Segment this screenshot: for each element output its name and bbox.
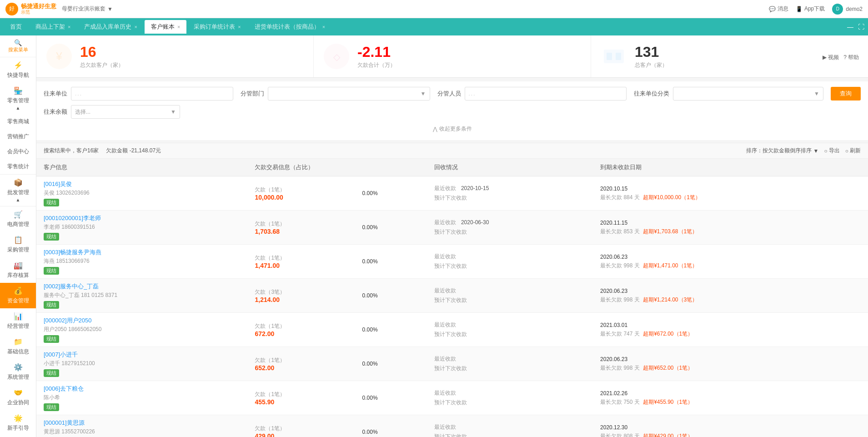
collection-cell: 最近收款 2020-10-15 预计下次收款 — [427, 176, 593, 211]
tab-expand-icon[interactable]: ⛶ — [858, 23, 864, 30]
debt-ratio-cell: 0.00% — [355, 279, 427, 313]
manager-input[interactable]: ... — [465, 87, 627, 100]
sidebar-item-batch-mgmt[interactable]: 📦 批发管理 ▲ — [0, 175, 36, 206]
customer-name-link[interactable]: [000002]用户2050 — [44, 316, 240, 325]
user-menu[interactable]: D demo2 — [832, 4, 863, 15]
sidebar-item-retail-stats[interactable]: 零售统计 — [0, 159, 36, 174]
sidebar-item-retail-mall[interactable]: 零售商城 — [0, 114, 36, 129]
sidebar-item-enterprise[interactable]: 🤝 企业协同 — [0, 385, 36, 410]
debt-amount[interactable]: 455.90 — [255, 398, 347, 406]
system-icon: ⚙️ — [14, 363, 23, 372]
tab-home[interactable]: 首页 — [4, 20, 28, 34]
sort-select[interactable]: 排序：按欠款金额倒序排序 ▼ — [746, 147, 819, 155]
overdue-link[interactable]: 超期¥10,000.00（1笔） — [643, 194, 701, 201]
purchase-icon: 📋 — [14, 236, 23, 244]
close-tab-purchase-stat[interactable]: × — [322, 24, 325, 30]
export-btn[interactable]: ○ 导出 — [824, 147, 840, 155]
stat-card-debt-total: ◇ -2.11 欠款合计（万） — [314, 35, 591, 77]
debt-amount[interactable]: 672.00 — [255, 330, 347, 337]
sidebar-item-finance[interactable]: 💰 资金管理 — [0, 283, 36, 308]
customer-name-link[interactable]: [0003]畅捷服务尹海燕 — [44, 248, 240, 256]
debt-amount[interactable]: 1,703.68 — [255, 228, 347, 235]
sidebar-item-marketing[interactable]: 营销推广 — [0, 129, 36, 144]
debt-ratio: 0.00% — [362, 326, 378, 333]
debt-amount[interactable]: 429.00 — [255, 432, 347, 437]
tab-production-history[interactable]: 产成品入库单历史 × — [78, 20, 143, 34]
close-tab-purchase-order[interactable]: × — [238, 24, 241, 30]
sidebar-item-operations[interactable]: 📊 经营管理 — [0, 308, 36, 334]
debt-amount[interactable]: 10,000.00 — [255, 194, 347, 201]
overdue-link[interactable]: 超期¥429.00（1笔） — [643, 433, 693, 437]
tab-customer-account[interactable]: 客户账本 × — [145, 20, 186, 34]
close-tab-customer-account[interactable]: × — [177, 24, 180, 30]
close-tab-production-history[interactable]: × — [134, 24, 137, 30]
next-label: 预计下次收款 — [434, 365, 467, 372]
unit-category-select[interactable]: ▼ — [673, 87, 823, 100]
total-customers-label: 总客户（家） — [635, 61, 667, 69]
ecommerce-icon: 🛒 — [14, 210, 23, 219]
help-btn[interactable]: ? 帮助 — [843, 54, 859, 61]
top-bar: 好 畅捷通好生意 示范 母婴行业演示账套 ▼ 💬 消息 📱 App下载 D — [0, 0, 868, 18]
batch-mgmt-icon: 📦 — [14, 178, 23, 187]
search-button[interactable]: 查询 — [831, 87, 861, 100]
latest-label: 最近收款 — [434, 390, 456, 396]
collection-cell: 最近收款 预计下次收款 — [427, 415, 593, 437]
sidebar-item-ecommerce[interactable]: 🛒 电商管理 — [0, 206, 36, 232]
collection-cell: 最近收款 2020-06-30 预计下次收款 — [427, 211, 593, 245]
logo-area: 好 畅捷通好生意 示范 — [5, 3, 56, 15]
overdue-link[interactable]: 超期¥652.00（1笔） — [643, 365, 693, 371]
sidebar-item-system[interactable]: ⚙️ 系统管理 — [0, 359, 36, 385]
tab-bar: 首页 商品上下架 × 产成品入库单历史 × 客户账本 × 采购订单统计表 × 进… — [0, 18, 868, 35]
quick-nav-icon: ⚡ — [14, 61, 23, 70]
sidebar-item-member[interactable]: 会员中心 — [0, 144, 36, 159]
sidebar-item-retail-mgmt[interactable]: 🏪 零售管理 ▲ — [0, 83, 36, 114]
message-btn[interactable]: 💬 消息 — [769, 5, 788, 13]
sidebar-item-purchase-mgmt[interactable]: 📋 采购管理 — [0, 232, 36, 257]
customer-contact: 陈小希 — [44, 394, 240, 402]
debt-note: 欠款（3笔） — [255, 288, 347, 296]
overdue-link[interactable]: 超期¥672.00（1笔） — [643, 331, 693, 337]
store-selector[interactable]: 母婴行业演示账套 ▼ — [62, 5, 113, 13]
overdue-link[interactable]: 超期¥1,214.00（3笔） — [643, 296, 697, 303]
dept-select[interactable]: ▼ — [268, 87, 430, 100]
sidebar-item-guide[interactable]: 🌟 新手引导 — [0, 410, 36, 436]
customer-name-link[interactable]: [0007]小进千 — [44, 351, 240, 359]
tab-products-off[interactable]: 商品上下架 × — [29, 20, 77, 34]
sidebar-item-quick-nav[interactable]: ⚡ 快捷导航 — [0, 57, 36, 83]
customer-name-link[interactable]: [0002]服务中心_丁磊 — [44, 282, 240, 291]
tab-minimize-icon[interactable]: — — [847, 23, 853, 30]
refresh-btn[interactable]: ○ 刷新 — [845, 147, 861, 155]
overdue-link[interactable]: 超期¥1,471.00（1笔） — [643, 262, 697, 269]
close-tab-products-off[interactable]: × — [68, 24, 70, 30]
debt-total-number: -2.11 — [357, 44, 396, 60]
source-unit-input[interactable]: ... — [71, 87, 233, 100]
tab-purchase-stat[interactable]: 进货单统计表（按商品） × — [248, 20, 331, 34]
customer-contact: 小进千 18279152100 — [44, 360, 240, 367]
sidebar-item-basic-info[interactable]: 📁 基础信息 — [0, 334, 36, 359]
tab-bar-icons: — ⛶ — [847, 23, 864, 30]
enterprise-icon: 🤝 — [14, 388, 23, 397]
customer-name-link[interactable]: [0016]吴俊 — [44, 180, 240, 188]
debt-amount[interactable]: 1,471.00 — [255, 262, 347, 269]
overdue-link[interactable]: 超期¥455.90（1笔） — [643, 399, 693, 405]
filter-dept: 分管部门 ▼ — [241, 87, 430, 100]
customer-name-link[interactable]: [000001]黄思源 — [44, 419, 240, 427]
next-label: 预计下次收款 — [434, 399, 467, 406]
video-btn[interactable]: ▶ 视频 — [823, 54, 839, 61]
balance-select[interactable]: 选择... ▼ — [71, 105, 180, 119]
customer-name-link[interactable]: [0006]去下粮仓 — [44, 385, 240, 393]
tab-purchase-order[interactable]: 采购订单统计表 × — [187, 20, 247, 34]
debt-amount[interactable]: 652.00 — [255, 364, 347, 372]
collapse-filter-btn[interactable]: ⋀ 收起更多条件 — [44, 123, 861, 135]
debt-note: 欠款（1笔） — [255, 254, 347, 262]
debt-amount[interactable]: 1,214.00 — [255, 296, 347, 303]
customer-info-cell: [00010200001]李老师 李老师 18600391516 现结 — [36, 211, 247, 245]
customer-name-link[interactable]: [00010200001]李老师 — [44, 214, 240, 222]
customer-info-cell: [0002]服务中心_丁磊 服务中心_丁磊 181 0125 8371 现结 — [36, 279, 247, 313]
overdue-link[interactable]: 超期¥1,703.68（1笔） — [643, 228, 697, 235]
sort-arrow-icon: ▼ — [813, 148, 819, 154]
sidebar-item-inventory[interactable]: 🏭 库存核算 — [0, 257, 36, 283]
app-download-btn[interactable]: 📱 App下载 — [796, 5, 825, 13]
sidebar-search[interactable]: 🔍 搜索菜单 — [0, 35, 36, 57]
due-date: 2020.12.30 — [600, 424, 861, 431]
